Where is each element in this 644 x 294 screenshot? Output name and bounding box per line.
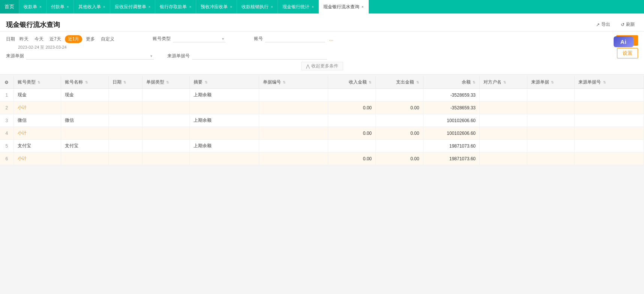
th-expense[interactable]: 支出金额 ⇅ xyxy=(376,76,423,89)
td-balance: -3528659.33 xyxy=(423,89,479,101)
sort-icon-summary: ⇅ xyxy=(205,81,208,84)
td-date xyxy=(108,152,142,165)
nav-home[interactable]: 首页 xyxy=(0,0,19,13)
nav-tab-0[interactable]: 收款单 × xyxy=(19,0,47,13)
td-balance: 100102606.60 xyxy=(423,114,479,127)
collapse-button[interactable]: ⋀ 收起更多条件 xyxy=(301,62,343,70)
nav-tab-1[interactable]: 付款单 × xyxy=(47,0,74,13)
td-doc_no xyxy=(259,127,328,140)
th-counterpart[interactable]: 对方户名 ⇅ xyxy=(480,76,527,89)
td-doc_type xyxy=(142,140,190,152)
td-summary xyxy=(190,152,259,165)
th-summary[interactable]: 摘要 ⇅ xyxy=(190,76,259,89)
shortcut-custom[interactable]: 自定义 xyxy=(99,35,117,43)
nav-tab-4[interactable]: 银行存取款单 × xyxy=(155,0,196,13)
export-button[interactable]: ↗ 导出 xyxy=(593,20,613,29)
refresh-button[interactable]: ↺ 刷新 xyxy=(618,20,638,29)
account-type-select[interactable]: 现金 微信 支付宝 xyxy=(173,35,225,42)
account-type-select-wrapper: 现金 微信 支付宝 ▾ xyxy=(173,35,225,42)
th-account-name[interactable]: 账号名称 ⇅ xyxy=(61,76,109,89)
td-expense: 0.00 xyxy=(376,127,423,140)
export-label: 导出 xyxy=(601,21,610,28)
nav-tab-label-2: 其他收入单 xyxy=(78,4,101,10)
nav-tab-close-4[interactable]: × xyxy=(189,5,191,9)
settings-button[interactable]: 设置 xyxy=(617,48,638,58)
collapse-up-icon: ⋀ xyxy=(306,64,310,69)
table-body: 1现金现金上期余额-3528659.332小计0.000.00-3528659.… xyxy=(0,89,644,165)
source-doc-filter: 来源单据 ▾ xyxy=(6,52,154,60)
sort-icon-expense: ⇅ xyxy=(416,81,419,84)
nav-tab-close-1[interactable]: × xyxy=(67,5,69,9)
table-header-row: ⚙ 账号类型 ⇅ 账号名称 ⇅ 日期 ⇅ 单据类型 ⇅ xyxy=(0,76,644,89)
data-table: ⚙ 账号类型 ⇅ 账号名称 ⇅ 日期 ⇅ 单据类型 ⇅ xyxy=(0,76,644,165)
th-date[interactable]: 日期 ⇅ xyxy=(108,76,142,89)
shortcut-1month[interactable]: 近1月 xyxy=(65,35,83,43)
table-row: 2小计0.000.00-3528659.33 xyxy=(0,101,644,114)
sort-icon-balance: ⇅ xyxy=(473,81,476,84)
th-doc-no[interactable]: 单据编号 ⇅ xyxy=(259,76,328,89)
td-account_name: 现金 xyxy=(61,89,109,101)
sort-icon-income: ⇅ xyxy=(369,81,372,84)
nav-tab-close-7[interactable]: × xyxy=(312,5,314,9)
td-income xyxy=(328,89,376,101)
td-doc_no xyxy=(259,114,328,127)
nav-tab-6[interactable]: 收款核销执行 × xyxy=(237,0,278,13)
gear-icon: ⚙ xyxy=(5,80,9,85)
nav-tab-close-0[interactable]: × xyxy=(39,5,42,9)
page-title: 现金银行流水查询 xyxy=(6,20,60,29)
td-date xyxy=(108,114,142,127)
td-account_name: 微信 xyxy=(61,114,109,127)
nav-tab-close-6[interactable]: × xyxy=(271,5,273,9)
td-counterpart xyxy=(480,140,527,152)
th-source-doc-no[interactable]: 来源单据号 ⇅ xyxy=(575,76,644,89)
collapse-label: 收起更多条件 xyxy=(311,63,338,69)
account-input[interactable] xyxy=(265,35,325,42)
td-doc_type xyxy=(142,114,190,127)
td-doc_no xyxy=(259,140,328,152)
th-account-type[interactable]: 账号类型 ⇅ xyxy=(14,76,61,89)
nav-tab-8[interactable]: 现金银行流水查询 × xyxy=(319,0,369,13)
nav-tab-close-5[interactable]: × xyxy=(230,5,232,9)
td-source_doc_no xyxy=(575,152,644,165)
nav-tab-3[interactable]: 应收应付调整单 × xyxy=(110,0,156,13)
shortcut-today[interactable]: 今天 xyxy=(32,35,46,43)
td-balance: 100102606.60 xyxy=(423,127,479,140)
th-income[interactable]: 收入金额 ⇅ xyxy=(328,76,376,89)
nav-tab-7[interactable]: 现金银行统计 × xyxy=(278,0,319,13)
nav-tab-label-4: 银行存取款单 xyxy=(160,4,187,10)
shortcut-yesterday[interactable]: 昨天 xyxy=(17,35,31,43)
top-nav: 首页 收款单 × 付款单 × 其他收入单 × 应收应付调整单 × 银行存取款单 … xyxy=(0,0,644,13)
sort-icon-date: ⇅ xyxy=(123,81,126,84)
td-account_type: 小计 xyxy=(14,152,61,165)
td-account_type: 小计 xyxy=(14,101,61,114)
td-summary: 上期余额 xyxy=(190,114,259,127)
nav-tab-2[interactable]: 其他收入单 × xyxy=(74,0,110,13)
source-doc-row: 来源单据 ▾ 来源单据号 xyxy=(6,52,610,60)
td-doc_type xyxy=(142,101,190,114)
table-row: 3微信微信上期余额100102606.60 xyxy=(0,114,644,127)
td-source_doc_no xyxy=(575,140,644,152)
source-doc-no-input[interactable] xyxy=(192,52,327,60)
account-dots-button[interactable]: ... xyxy=(329,36,333,42)
ai-button[interactable]: Ai xyxy=(614,36,633,47)
nav-tab-label-1: 付款单 xyxy=(51,4,65,10)
th-balance[interactable]: 余额 ⇅ xyxy=(423,76,479,89)
nav-tab-close-3[interactable]: × xyxy=(149,5,151,9)
shortcut-more[interactable]: 更多 xyxy=(84,35,97,43)
td-expense xyxy=(376,114,423,127)
td-date xyxy=(108,140,142,152)
nav-tab-close-2[interactable]: × xyxy=(103,5,105,9)
th-gear[interactable]: ⚙ xyxy=(0,76,14,89)
th-doc-type[interactable]: 单据类型 ⇅ xyxy=(142,76,190,89)
source-doc-select[interactable] xyxy=(26,52,154,59)
nav-tab-label-5: 预收冲应收单 xyxy=(201,4,228,10)
nav-tab-close-8[interactable]: × xyxy=(362,5,364,9)
td-income xyxy=(328,114,376,127)
filter-area: 日期 昨天 今天 近7天 近1月 更多 自定义 账号类型 xyxy=(0,31,644,75)
shortcut-7days[interactable]: 近7天 xyxy=(47,35,63,43)
th-source-doc[interactable]: 来源单据 ⇅ xyxy=(527,76,575,89)
td-balance: 19871073.60 xyxy=(423,152,479,165)
td-no: 2 xyxy=(0,101,14,114)
nav-tab-5[interactable]: 预收冲应收单 × xyxy=(196,0,237,13)
page-header: 现金银行流水查询 ↗ 导出 ↺ 刷新 xyxy=(0,13,644,31)
